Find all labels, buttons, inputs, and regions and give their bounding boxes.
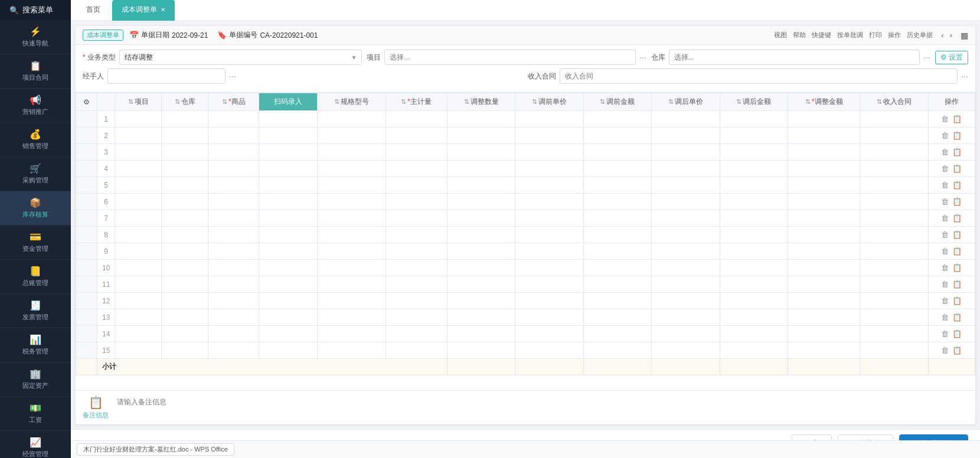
notes-input[interactable]	[115, 395, 968, 408]
row-goods-9[interactable]	[208, 243, 259, 260]
row-income-contract-12[interactable]	[860, 293, 928, 309]
row-project-13[interactable]	[115, 309, 162, 326]
row-delete-10[interactable]: 🗑	[941, 263, 949, 272]
row-after-amount-11[interactable]	[720, 276, 788, 293]
row-copy-1[interactable]: 📋	[952, 114, 962, 123]
close-button[interactable]: ✕	[962, 31, 969, 40]
table-header-project[interactable]: ⇅项目	[115, 93, 162, 111]
row-delete-5[interactable]: 🗑	[941, 181, 949, 189]
row-scan-13[interactable]	[259, 309, 318, 326]
row-before-price-14[interactable]	[515, 326, 583, 342]
row-after-price-14[interactable]	[652, 326, 720, 342]
row-project-3[interactable]	[115, 144, 162, 161]
row-delete-14[interactable]: 🗑	[941, 329, 949, 338]
row-after-price-11[interactable]	[652, 276, 720, 293]
row-before-price-1[interactable]	[515, 111, 583, 127]
row-adjust-amount-4[interactable]	[788, 161, 860, 177]
row-spec-7[interactable]	[318, 210, 386, 227]
row-spec-14[interactable]	[318, 326, 386, 342]
row-before-price-10[interactable]	[515, 260, 583, 276]
row-settings-15[interactable]	[76, 342, 97, 359]
row-scan-6[interactable]	[259, 194, 318, 210]
row-delete-1[interactable]: 🗑	[941, 114, 949, 123]
row-scan-2[interactable]	[259, 127, 318, 144]
row-after-amount-15[interactable]	[720, 342, 788, 359]
row-adjust-amount-8[interactable]	[788, 227, 860, 243]
row-project-7[interactable]	[115, 210, 162, 227]
row-settings-13[interactable]	[76, 309, 97, 326]
row-before-amount-6[interactable]	[583, 194, 651, 210]
handler-dots[interactable]: ···	[229, 71, 236, 81]
row-settings-14[interactable]	[76, 326, 97, 342]
row-unit-6[interactable]	[386, 194, 447, 210]
row-before-amount-9[interactable]	[583, 243, 651, 260]
income-contract-dots[interactable]: ···	[961, 71, 968, 81]
row-before-amount-5[interactable]	[583, 177, 651, 194]
row-adjust-qty-14[interactable]	[447, 326, 515, 342]
row-spec-5[interactable]	[318, 177, 386, 194]
row-warehouse-5[interactable]	[162, 177, 208, 194]
row-income-contract-8[interactable]	[860, 227, 928, 243]
row-after-amount-1[interactable]	[720, 111, 788, 127]
row-warehouse-7[interactable]	[162, 210, 208, 227]
table-header-adjust-amount[interactable]: ⇅*调整金额	[788, 93, 860, 111]
row-project-1[interactable]	[115, 111, 162, 127]
row-after-amount-14[interactable]	[720, 326, 788, 342]
row-goods-11[interactable]	[208, 276, 259, 293]
row-before-amount-2[interactable]	[583, 127, 651, 144]
row-goods-4[interactable]	[208, 161, 259, 177]
row-unit-11[interactable]	[386, 276, 447, 293]
row-adjust-qty-12[interactable]	[447, 293, 515, 309]
row-delete-6[interactable]: 🗑	[941, 197, 949, 206]
row-scan-10[interactable]	[259, 260, 318, 276]
table-header-goods[interactable]: ⇅*商品	[208, 93, 259, 111]
row-adjust-qty-10[interactable]	[447, 260, 515, 276]
row-spec-13[interactable]	[318, 309, 386, 326]
tab-cost-adjust[interactable]: 成本调整单✕	[112, 0, 175, 21]
row-before-price-15[interactable]	[515, 342, 583, 359]
row-adjust-amount-15[interactable]	[788, 342, 860, 359]
row-copy-5[interactable]: 📋	[952, 181, 962, 189]
row-unit-5[interactable]	[386, 177, 447, 194]
row-before-amount-3[interactable]	[583, 144, 651, 161]
row-goods-7[interactable]	[208, 210, 259, 227]
row-after-price-9[interactable]	[652, 243, 720, 260]
row-adjust-amount-2[interactable]	[788, 127, 860, 144]
row-adjust-amount-3[interactable]	[788, 144, 860, 161]
row-adjust-amount-1[interactable]	[788, 111, 860, 127]
row-scan-5[interactable]	[259, 177, 318, 194]
row-delete-9[interactable]: 🗑	[941, 247, 949, 256]
sidebar-item-invoice[interactable]: 🧾发票管理	[0, 294, 71, 328]
project-input[interactable]	[384, 50, 636, 65]
row-warehouse-15[interactable]	[162, 342, 208, 359]
row-project-15[interactable]	[115, 342, 162, 359]
row-goods-2[interactable]	[208, 127, 259, 144]
handler-input[interactable]	[107, 68, 226, 84]
row-adjust-qty-2[interactable]	[447, 127, 515, 144]
row-warehouse-14[interactable]	[162, 326, 208, 342]
row-spec-15[interactable]	[318, 342, 386, 359]
row-after-price-6[interactable]	[652, 194, 720, 210]
row-project-14[interactable]	[115, 326, 162, 342]
row-copy-3[interactable]: 📋	[952, 148, 962, 156]
row-goods-8[interactable]	[208, 227, 259, 243]
row-before-price-13[interactable]	[515, 309, 583, 326]
nav-prev[interactable]: ‹	[939, 30, 946, 41]
row-goods-3[interactable]	[208, 144, 259, 161]
row-after-price-5[interactable]	[652, 177, 720, 194]
row-scan-9[interactable]	[259, 243, 318, 260]
row-adjust-qty-3[interactable]	[447, 144, 515, 161]
row-delete-7[interactable]: 🗑	[941, 214, 949, 223]
row-before-amount-1[interactable]	[583, 111, 651, 127]
row-warehouse-2[interactable]	[162, 127, 208, 144]
row-before-amount-14[interactable]	[583, 326, 651, 342]
row-before-amount-8[interactable]	[583, 227, 651, 243]
settings-button[interactable]: ⚙ 设置	[935, 51, 968, 64]
business-type-select[interactable]: 结存调整 ▼	[119, 50, 362, 65]
row-project-2[interactable]	[115, 127, 162, 144]
row-income-contract-13[interactable]	[860, 309, 928, 326]
row-adjust-qty-13[interactable]	[447, 309, 515, 326]
table-header-before-price[interactable]: ⇅调前单价	[515, 93, 583, 111]
row-settings-5[interactable]	[76, 177, 97, 194]
row-after-price-15[interactable]	[652, 342, 720, 359]
